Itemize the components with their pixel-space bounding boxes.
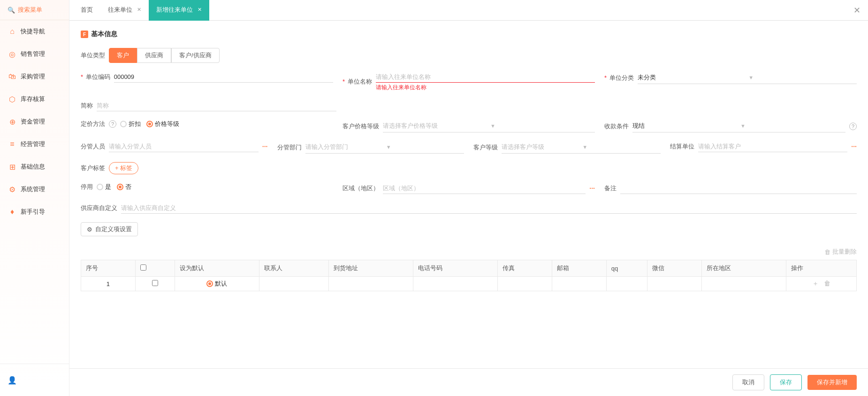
sidebar-item-quick-nav[interactable]: ⌂ 快捷导航 [0,20,69,43]
pricing-discount-label: 折扣 [129,120,141,128]
region-input[interactable] [383,183,586,194]
disabled-yes-label: 是 [105,183,111,191]
manager-input[interactable] [109,141,259,152]
unit-category-field: * 单位分类 未分类 ▼ [604,71,857,84]
col-fax: 传真 [497,260,552,277]
settlement-unit-more-btn[interactable]: ··· [851,143,857,150]
settlement-unit-input[interactable] [698,141,848,152]
pricing-level-radio[interactable]: 价格等级 [146,120,179,128]
tab-label-partner: 往来单位 [108,6,132,14]
disabled-no-circle [117,184,123,190]
unit-type-label: 单位类型 [81,51,105,60]
row-add-icon[interactable]: ＋ [812,280,819,287]
row-checkbox-cell [135,277,175,291]
sidebar-item-inventory[interactable]: ⬡ 库存核算 [0,88,69,110]
tab-home[interactable]: 首页 [73,0,100,21]
tab-partner[interactable]: 往来单位✕ [100,0,149,21]
supplier-custom-row: 供应商自定义 [81,202,857,214]
sidebar-item-newbie[interactable]: ♦ 新手引导 [0,201,69,223]
customer-level-arrow: ▼ [582,144,660,150]
save-button[interactable]: 保存 [770,374,802,390]
sidebar-search[interactable]: 🔍 搜索菜单 [0,0,69,20]
basic-info-icon: ⊞ [8,162,17,171]
search-icon: 🔍 [8,7,15,14]
col-email: 邮箱 [552,260,606,277]
customer-price-level-select[interactable]: 请选择客户价格等级 ▼ [383,120,595,132]
supplier-custom-input[interactable] [121,202,857,214]
sidebar-item-basic-info[interactable]: ⊞ 基础信息 [0,155,69,178]
table-row: 1 默认 [81,277,857,291]
tab-new-partner[interactable]: 新增往来单位✕ [149,0,209,21]
remark-input[interactable] [620,183,857,194]
customer-level-select[interactable]: 请选择客户等级 ▼ [502,141,661,154]
customer-price-level-label: 客户价格等级 [343,122,379,131]
customer-price-level-placeholder: 请选择客户价格等级 [383,122,487,130]
department-placeholder: 请输入分管部门 [305,143,383,151]
payment-terms-help-icon[interactable]: ? [849,123,857,130]
payment-terms-field: 收款条件 现结 ▼ ? [604,120,857,132]
tab-label-home: 首页 [81,6,93,14]
unit-name-input-row [376,71,595,83]
unit-type-both-btn[interactable]: 客户/供应商 [171,48,220,63]
batch-delete-icon: 🗑 [824,248,830,256]
col-region: 所在地区 [702,260,786,277]
batch-delete-area[interactable]: 🗑 批量删除 [81,248,857,256]
close-all-tabs-button[interactable]: ✕ [850,3,864,17]
manager-row: 分管人员 ··· 分管部门 请输入分管部门 ▼ 客户等级 请选择客户等级 ▼ 结… [81,141,857,154]
short-name-row: 简称 [81,100,857,111]
pricing-level-dot [148,123,151,125]
sidebar-item-system[interactable]: ⚙ 系统管理 [0,178,69,201]
disabled-field: 停用 是 否 [81,183,333,191]
col-phone: 电话号码 [413,260,497,277]
disabled-no-radio[interactable]: 否 [117,183,131,191]
section-title: F 基本信息 [81,30,857,39]
disabled-no-dot [119,186,122,188]
sidebar-item-sales[interactable]: ◎ 销售管理 [0,43,69,65]
unit-code-input[interactable] [114,71,333,83]
row-default-cell: 默认 [175,277,259,291]
unit-name-input[interactable] [376,71,595,83]
department-select[interactable]: 请输入分管部门 ▼ [305,141,464,154]
pricing-help-icon[interactable]: ? [109,120,116,128]
custom-settings-button[interactable]: ⚙ 自定义项设置 [81,222,138,236]
select-all-checkbox[interactable] [140,264,146,271]
pricing-discount-radio[interactable]: 折扣 [120,120,141,128]
contacts-table: 序号 设为默认 联系人 到货地址 电话号码 传真 邮箱 qq 微信 所在地区 操… [81,260,857,291]
payment-terms-select[interactable]: 现结 ▼ [632,120,845,132]
unit-category-select[interactable]: 未分类 ▼ [638,71,857,84]
row-default-radio[interactable]: 默认 [180,280,254,288]
disabled-yes-radio[interactable]: 是 [97,183,111,191]
pricing-method-field: 定价方法 ? 折扣 价格等级 [81,120,333,128]
tab-bar: 首页往来单位✕新增往来单位✕ ✕ [69,0,868,21]
section-title-text: 基本信息 [91,30,117,39]
row-fax [497,277,552,291]
tabs-right: ✕ [850,3,864,17]
operations-icon: ≡ [8,140,17,149]
short-name-input[interactable] [97,100,336,111]
manager-more-btn[interactable]: ··· [262,143,268,150]
col-address: 到货地址 [328,260,413,277]
cancel-button[interactable]: 取消 [732,374,764,390]
region-label: 区域（地区） [343,184,379,193]
row-delete-icon[interactable]: 🗑 [824,280,830,287]
add-tag-button[interactable]: + 标签 [109,162,138,174]
col-qq: qq [606,260,647,277]
region-more-btn[interactable]: ··· [589,185,595,192]
save-and-new-button[interactable]: 保存并新增 [807,375,857,390]
payment-terms-arrow: ▼ [740,123,845,129]
unit-type-customer-btn[interactable]: 客户 [109,48,137,63]
pricing-discount-circle [120,121,127,127]
sidebar-item-profile[interactable]: 👤 [0,369,69,391]
disabled-no-label: 否 [125,183,131,191]
sidebar-item-operations[interactable]: ≡ 经营管理 [0,133,69,155]
row-checkbox[interactable] [152,280,158,286]
unit-name-error-msg: 请输入往来单位名称 [376,84,595,92]
tab-close-partner[interactable]: ✕ [137,7,141,13]
tab-close-new-partner[interactable]: ✕ [198,7,202,13]
manager-label: 分管人员 [81,142,105,151]
sidebar-item-finance[interactable]: ⊕ 资金管理 [0,110,69,133]
sidebar-item-purchase[interactable]: 🛍 采购管理 [0,65,69,88]
main-area: 首页往来单位✕新增往来单位✕ ✕ F 基本信息 单位类型 客户 供应商 客户/供… [69,0,868,396]
unit-type-supplier-btn[interactable]: 供应商 [137,48,171,63]
pricing-method-label: 定价方法 [81,120,105,128]
